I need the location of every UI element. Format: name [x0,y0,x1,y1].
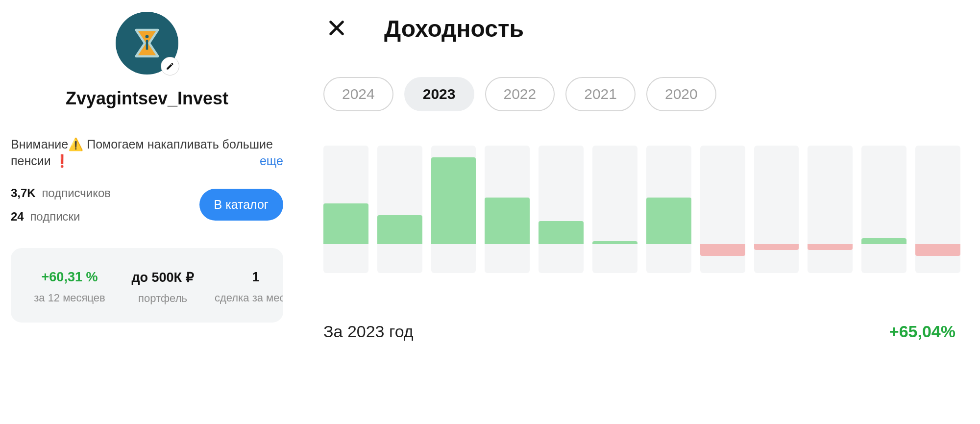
edit-avatar-button[interactable] [161,57,179,75]
returns-title: Доходность [384,15,524,42]
metric-card-return[interactable]: +60,31 % за 12 месяцев [25,270,114,305]
metric-card-trades[interactable]: 1 сделка за месяц [212,270,283,305]
chart-bar[interactable] [323,146,368,273]
year-pill-2024[interactable]: 2024 [323,77,393,111]
chart-bar[interactable] [754,146,799,273]
svg-point-0 [146,35,149,38]
summary-value: +65,04% [889,322,956,341]
returns-header: Доходность [323,15,960,43]
metric-sub: портфель [119,292,207,305]
bio-text: Внимание⚠️ Помогаем накапливать большие … [11,137,273,168]
metric-sub: сделка за месяц [212,292,283,304]
chart-bar[interactable] [700,146,745,273]
year-pill-2021[interactable]: 2021 [565,77,636,111]
catalog-button[interactable]: В каталог [199,189,283,221]
metric-cards: +60,31 % за 12 месяцев до 500К ₽ портфел… [11,248,283,323]
metric-value: +60,31 % [25,270,114,285]
avatar-logo-icon [129,25,165,61]
profile-panel: Zvyagintsev_Invest Внимание⚠️ Помогаем н… [0,0,294,424]
chart-bar[interactable] [431,146,476,273]
chart-bar[interactable] [592,146,637,273]
profile-name: Zvyagintsev_Invest [66,88,228,109]
pencil-icon [166,62,174,71]
stats-row: 3,7K подписчиков 24 подписки В каталог [11,186,283,224]
metric-sub: за 12 месяцев [25,292,114,304]
returns-chart[interactable] [323,146,960,273]
following-label: подписки [30,210,80,223]
year-pills: 2024 2023 2022 2021 2020 [323,77,960,111]
metric-card-portfolio[interactable]: до 500К ₽ портфель [119,270,207,305]
year-pill-2023[interactable]: 2023 [404,77,474,111]
chart-bar[interactable] [808,146,853,273]
stats-col: 3,7K подписчиков 24 подписки [11,186,111,224]
summary-label: За 2023 год [323,322,414,341]
bio-more-link[interactable]: еще [256,153,283,170]
year-pill-2020[interactable]: 2020 [646,77,716,111]
year-pill-2022[interactable]: 2022 [485,77,555,111]
followers-stat[interactable]: 3,7K подписчиков [11,186,111,200]
followers-label: подписчиков [42,186,111,200]
close-button[interactable] [323,15,350,43]
svg-rect-1 [146,40,148,50]
chart-bar[interactable] [646,146,691,273]
following-count: 24 [11,210,24,223]
chart-bar[interactable] [539,146,584,273]
followers-count: 3,7K [11,186,36,200]
returns-summary: За 2023 год +65,04% [323,322,960,341]
chart-bar[interactable] [915,146,960,273]
chart-bar[interactable] [377,146,422,273]
returns-panel: Доходность 2024 2023 2022 2021 2020 За 2… [294,0,980,424]
close-icon [326,18,347,38]
metric-value: 1 [212,270,283,285]
avatar-wrap [116,12,178,75]
following-stat[interactable]: 24 подписки [11,210,111,224]
chart-bar[interactable] [485,146,530,273]
chart-bar[interactable] [861,146,906,273]
metric-value: до 500К ₽ [119,270,207,285]
profile-bio: Внимание⚠️ Помогаем накапливать большие … [11,136,283,170]
